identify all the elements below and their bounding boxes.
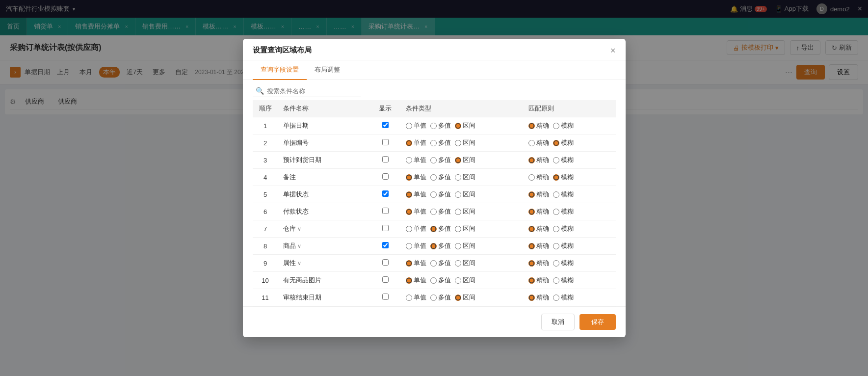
table-row: 1单据日期单值多值区间精确模糊 [253,117,616,120]
th-match: 匹配原则 [524,100,616,117]
modal-dialog: 设置查询区域布局 × 查询字段设置 布局调整 🔍 顺序 条件名称 显示 [243,39,626,119]
modal-tabs: 查询字段设置 布局调整 [243,60,626,80]
modal-overlay: 设置查询区域布局 × 查询字段设置 布局调整 🔍 顺序 条件名称 显示 [0,0,868,119]
th-order: 顺序 [253,100,278,117]
search-wrapper: 🔍 [253,85,361,97]
cell-name-0: 单据日期 [278,117,370,120]
modal-table-wrapper: 顺序 条件名称 显示 条件类型 匹配原则 1单据日期单值多值区间精确模糊2单据编… [243,100,626,119]
modal-search-area: 🔍 [243,80,626,100]
cell-type-0[interactable]: 单值多值区间 [401,117,524,120]
modal-title: 设置查询区域布局 [253,46,312,55]
th-name: 条件名称 [278,100,370,117]
modal-close-button[interactable]: × [610,46,616,55]
modal-table: 顺序 条件名称 显示 条件类型 匹配原则 1单据日期单值多值区间精确模糊2单据编… [253,100,616,119]
tab-field-settings[interactable]: 查询字段设置 [253,60,307,80]
modal-table-head: 顺序 条件名称 显示 条件类型 匹配原则 [253,100,616,117]
modal-header: 设置查询区域布局 × [243,39,626,60]
modal-table-body: 1单据日期单值多值区间精确模糊2单据编号单值多值区间精确模糊3预计到货日期单值多… [253,117,616,120]
th-display: 显示 [370,100,401,117]
tab-layout-adjust[interactable]: 布局调整 [307,60,348,80]
th-type: 条件类型 [401,100,524,117]
cell-order-0: 1 [253,117,278,120]
cell-check-0[interactable] [370,117,401,120]
cell-match-0[interactable]: 精确模糊 [524,117,616,120]
search-input[interactable] [267,87,355,95]
search-icon: 🔍 [256,87,264,95]
